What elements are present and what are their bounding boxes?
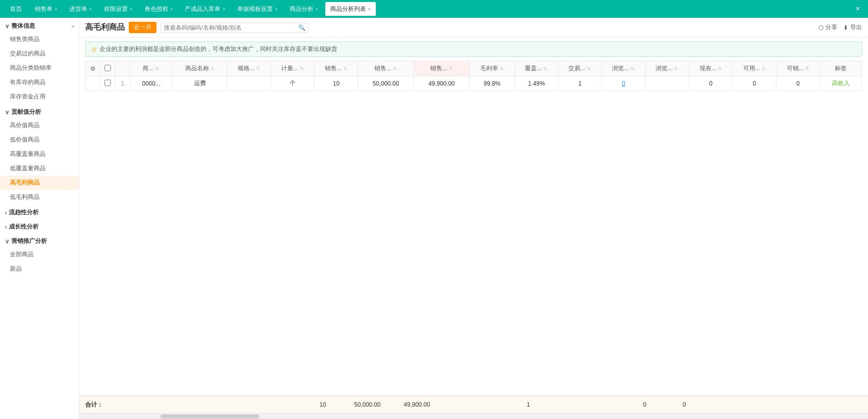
- footer-trade: 1: [511, 401, 546, 408]
- sidebar-item-high-margin[interactable]: 高毛利商品: [0, 176, 79, 190]
- sidebar-item-all-goods[interactable]: 全部商品: [0, 247, 79, 262]
- tab-purchase-order[interactable]: 进货单 ×: [64, 2, 97, 16]
- col-browse1[interactable]: 浏览... ⇅: [602, 61, 645, 76]
- tab-role-auth[interactable]: 角色授权 ×: [140, 2, 178, 16]
- footer-cells: 10 50,000.00 49,900.00 1 0 0: [125, 401, 862, 408]
- content-area: 高毛利商品 近一月 🔍 ⬡ 分享 ⬇ 导出 ⊙ 企业的主要的利润都是这部分商品创…: [79, 18, 868, 419]
- sidebar-item-low-coverage[interactable]: 低覆盖量商品: [0, 161, 79, 176]
- data-table: ⚙ 商... ⇅: [85, 61, 862, 91]
- col-stock-now[interactable]: 现有... ⇅: [689, 61, 733, 76]
- tab-label: 产成品入库单: [185, 5, 220, 13]
- tab-label: 销售单: [35, 5, 52, 13]
- col-tag: 标签: [820, 61, 862, 76]
- close-icon[interactable]: ×: [368, 6, 371, 12]
- close-icon[interactable]: ×: [130, 6, 133, 12]
- row-checkbox[interactable]: [101, 76, 115, 91]
- header-actions: ⬡ 分享 ⬇ 导出: [818, 23, 862, 32]
- tab-template-settings[interactable]: 单据模板设置 ×: [232, 2, 283, 16]
- col-browse2[interactable]: 浏览... ⇅: [645, 61, 689, 76]
- close-icon[interactable]: ×: [170, 6, 173, 12]
- sidebar-item-in-stock[interactable]: 有库存的商品: [0, 75, 79, 90]
- tab-finished-goods[interactable]: 产成品入库单 ×: [180, 2, 230, 16]
- col-coverage[interactable]: 覆盖... ⇅: [514, 61, 558, 76]
- footer-empty7: [546, 401, 585, 408]
- sidebar-collapse-button[interactable]: «: [71, 22, 75, 30]
- tab-goods-analysis-list[interactable]: 商品分析列表 ×: [325, 2, 376, 16]
- sidebar-item-sales-goods[interactable]: 销售类商品: [0, 32, 79, 47]
- tab-goods-analysis[interactable]: 商品分析 ×: [285, 2, 323, 16]
- col-spec[interactable]: 规格... ⇅: [227, 61, 271, 76]
- share-button[interactable]: ⬡ 分享: [818, 23, 837, 32]
- top-nav: 首页 销售单 × 进货单 × 权限设置 × 角色授权 × 产成品入库单 × 单据…: [0, 0, 868, 18]
- row-select-checkbox[interactable]: [104, 80, 111, 86]
- sidebar-item-category-rate[interactable]: 商品分类助销率: [0, 61, 79, 75]
- col-sales-cost[interactable]: 销售... ⇅: [414, 61, 470, 76]
- col-gross-rate[interactable]: 毛利率 ⇅: [469, 61, 514, 76]
- sidebar-group-trend[interactable]: › 流趋性分析: [0, 204, 79, 219]
- col-sales-amount[interactable]: 销售... ⇅: [358, 61, 414, 76]
- footer-empty1: [125, 401, 184, 408]
- sidebar-group-overall[interactable]: ∨ 整体信息: [0, 18, 79, 32]
- close-icon[interactable]: ×: [275, 6, 278, 12]
- tab-permission-settings[interactable]: 权限设置 ×: [99, 2, 138, 16]
- col-unit[interactable]: 计量... ⇅: [271, 61, 314, 76]
- select-all-checkbox[interactable]: [104, 65, 111, 71]
- col-code[interactable]: 商... ⇅: [130, 61, 173, 76]
- sidebar-item-low-value[interactable]: 低价值商品: [0, 133, 79, 147]
- row-spec: [227, 76, 271, 91]
- footer-sales-qty: 10: [303, 401, 343, 408]
- col-checkbox[interactable]: [101, 61, 115, 76]
- tab-label: 商品分析: [290, 5, 313, 13]
- close-icon[interactable]: ×: [89, 6, 92, 12]
- sidebar-item-new-goods[interactable]: 新品: [0, 262, 79, 276]
- sidebar-group-marketing[interactable]: ∨ 营销推广分析: [0, 233, 79, 247]
- col-sales-qty[interactable]: 销售... ⇅: [314, 61, 358, 76]
- sidebar-group-contribution[interactable]: ∨ 贡献值分析: [0, 104, 79, 118]
- sidebar-group-growth[interactable]: › 成长性分析: [0, 219, 79, 233]
- footer-empty2: [184, 401, 224, 408]
- row-trade: 1: [558, 76, 602, 91]
- close-all-button[interactable]: ×: [852, 4, 864, 13]
- search-input[interactable]: [164, 24, 298, 31]
- col-available[interactable]: 可用... ⇅: [733, 61, 776, 76]
- row-browse1[interactable]: 0: [602, 76, 645, 91]
- scroll-thumb[interactable]: [160, 415, 259, 419]
- search-icon[interactable]: 🔍: [298, 24, 306, 31]
- export-icon: ⬇: [843, 24, 848, 31]
- col-settings[interactable]: ⚙: [86, 61, 101, 76]
- table-container[interactable]: ⚙ 商... ⇅: [79, 61, 868, 395]
- tab-home-label: 首页: [10, 5, 22, 13]
- footer-sales-cost: 49,900.00: [392, 401, 442, 408]
- info-text: 企业的主要的利润都是这部分商品创造的，可考虑加大推广，同时关注库存是不要出现缺货: [100, 45, 337, 53]
- sidebar-item-high-value[interactable]: 高价值商品: [0, 118, 79, 133]
- row-coverage: 1.49%: [514, 76, 558, 91]
- tab-home[interactable]: 首页: [4, 2, 28, 16]
- sidebar-item-low-margin[interactable]: 低毛利商品: [0, 190, 79, 204]
- sidebar-item-stock-capital[interactable]: 库存资金占用: [0, 90, 79, 104]
- col-trade[interactable]: 交易... ⇅: [558, 61, 602, 76]
- row-num: 1: [115, 76, 130, 91]
- row-saleable: 0: [776, 76, 820, 91]
- footer-stock-now: 0: [625, 401, 664, 408]
- close-icon[interactable]: ×: [222, 6, 225, 12]
- page-title: 高毛利商品: [85, 22, 125, 33]
- footer-empty3: [224, 401, 263, 408]
- sidebar-item-traded-goods[interactable]: 交易过的商品: [0, 47, 79, 61]
- close-icon[interactable]: ×: [315, 6, 318, 12]
- row-unit: 个: [271, 76, 314, 91]
- tab-sales-order[interactable]: 销售单 ×: [30, 2, 62, 16]
- horizontal-scrollbar[interactable]: [79, 413, 868, 419]
- info-icon: ⊙: [92, 46, 97, 53]
- col-saleable[interactable]: 可销... ⇅: [776, 61, 820, 76]
- row-settings[interactable]: [86, 76, 101, 91]
- arrow-icon: ∨: [5, 238, 9, 245]
- row-sales-cost: 49,900.00: [414, 76, 470, 91]
- col-name[interactable]: 商品名称 ⇅: [172, 61, 227, 76]
- sidebar: « ∨ 整体信息 销售类商品 交易过的商品 商品分类助销率 有库存的商品 库存资…: [0, 18, 79, 419]
- tab-label: 进货单: [69, 5, 87, 13]
- sidebar-item-high-coverage[interactable]: 高覆盖量商品: [0, 147, 79, 161]
- col-num: [115, 61, 130, 76]
- filter-month-button[interactable]: 近一月: [129, 22, 156, 33]
- export-button[interactable]: ⬇ 导出: [843, 23, 862, 32]
- close-icon[interactable]: ×: [54, 6, 57, 12]
